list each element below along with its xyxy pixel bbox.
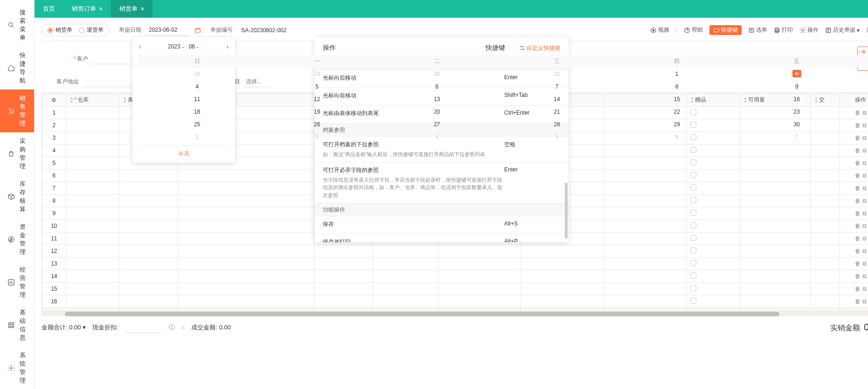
checkbox[interactable] <box>690 298 696 304</box>
cell[interactable] <box>438 245 521 258</box>
cell[interactable] <box>686 170 739 182</box>
delete-icon[interactable]: 🗑 <box>855 223 861 229</box>
close-icon[interactable]: × <box>140 0 144 18</box>
calendar-day[interactable]: 4 <box>137 80 257 93</box>
cell[interactable] <box>119 258 178 270</box>
delete-icon[interactable]: 🗑 <box>855 260 861 267</box>
calendar-day[interactable]: 24 <box>857 105 868 118</box>
calendar-day[interactable]: 29 <box>257 68 377 80</box>
print-button[interactable]: 打印 <box>774 26 793 34</box>
calendar-day[interactable]: 1 <box>857 118 868 130</box>
delete-icon[interactable]: 🗑 <box>855 235 861 242</box>
calendar-day-today[interactable]: 今 <box>737 68 857 80</box>
cell[interactable] <box>521 270 604 283</box>
copy-icon[interactable]: ⧉ <box>862 160 867 166</box>
cell[interactable] <box>810 220 840 232</box>
cell[interactable] <box>66 170 119 182</box>
help-icon[interactable]: ⓘ <box>169 323 175 332</box>
cell[interactable] <box>810 270 840 283</box>
operate-button[interactable]: 操作 <box>799 26 819 34</box>
cell[interactable] <box>604 295 686 308</box>
cell[interactable] <box>314 295 373 308</box>
checkbox[interactable] <box>690 147 696 153</box>
cell[interactable] <box>438 295 521 308</box>
calendar-month-select[interactable]: 06⌄ <box>189 43 200 50</box>
calendar-day[interactable]: 3 <box>857 68 868 80</box>
cell[interactable] <box>604 283 686 295</box>
th-warehouse[interactable]: ▲▼*仓库 <box>66 94 119 107</box>
cell[interactable] <box>178 220 314 232</box>
cell[interactable] <box>119 182 178 195</box>
delete-icon[interactable]: 🗑 <box>855 248 861 254</box>
calendar-day[interactable]: 9 <box>737 80 857 93</box>
cell[interactable] <box>604 195 686 207</box>
radio-sale[interactable]: 销货单 <box>48 26 72 34</box>
calendar-day[interactable]: 31 <box>497 68 617 80</box>
cell[interactable] <box>119 220 178 232</box>
copy-icon[interactable]: ⧉ <box>862 185 867 191</box>
calendar-day[interactable]: 23 <box>737 105 857 118</box>
cell[interactable] <box>66 295 119 308</box>
cell[interactable] <box>810 258 840 270</box>
cell[interactable] <box>521 283 604 295</box>
calendar-day[interactable]: 30 <box>377 68 497 80</box>
cell[interactable] <box>66 182 119 195</box>
cell[interactable] <box>66 132 119 144</box>
cell[interactable] <box>739 207 810 220</box>
cell[interactable] <box>604 144 686 157</box>
cell[interactable] <box>314 283 373 295</box>
copy-icon[interactable]: ⧉ <box>862 286 867 292</box>
checkbox[interactable] <box>690 235 696 241</box>
calendar-day[interactable]: 21 <box>497 105 617 118</box>
checkbox[interactable] <box>690 247 696 253</box>
calendar-day[interactable]: 5 <box>497 130 617 143</box>
calendar-day[interactable]: 20 <box>377 105 497 118</box>
cell[interactable] <box>66 232 119 245</box>
cell[interactable] <box>604 170 686 182</box>
cell[interactable] <box>686 157 739 170</box>
cell[interactable] <box>66 270 119 283</box>
calendar-year-select[interactable]: 2023⌄ <box>168 43 185 50</box>
cell[interactable] <box>521 258 604 270</box>
delete-icon[interactable]: 🗑 <box>855 172 861 179</box>
calendar-day[interactable]: 11 <box>137 93 257 105</box>
cell[interactable] <box>119 195 178 207</box>
cell[interactable] <box>810 245 840 258</box>
calendar-next-icon[interactable]: › <box>224 43 230 50</box>
copy-icon[interactable]: ⧉ <box>862 210 867 217</box>
cell[interactable] <box>686 270 739 283</box>
copy-icon[interactable]: ⧉ <box>862 273 867 280</box>
copy-icon[interactable]: ⧉ <box>862 298 867 305</box>
cell[interactable] <box>66 245 119 258</box>
cell[interactable] <box>438 270 521 283</box>
checkbox[interactable] <box>690 222 696 228</box>
cell[interactable] <box>178 182 314 195</box>
cell[interactable] <box>314 245 373 258</box>
cell[interactable] <box>521 245 604 258</box>
copy-icon[interactable]: ⧉ <box>862 235 867 242</box>
calendar-icon[interactable] <box>194 27 201 34</box>
checkbox[interactable] <box>690 159 696 165</box>
sidebar-item-6[interactable]: 经营管理 <box>0 261 34 304</box>
cell[interactable] <box>119 295 178 308</box>
cell[interactable] <box>604 258 686 270</box>
calendar-today-link[interactable]: 今天 <box>178 150 189 157</box>
cell[interactable] <box>810 182 840 195</box>
cell[interactable] <box>66 258 119 270</box>
cell[interactable] <box>739 170 810 182</box>
sidebar-item-0[interactable]: 搜索菜单 <box>0 4 34 47</box>
calendar-day[interactable]: 3 <box>257 130 377 143</box>
cell[interactable] <box>739 144 810 157</box>
cell[interactable] <box>66 119 119 132</box>
calendar-day[interactable]: 6 <box>617 130 737 143</box>
sidebar-item-5[interactable]: 资金管理 <box>0 218 34 261</box>
sidebar-item-3[interactable]: 采购管理 <box>0 132 34 175</box>
cell[interactable] <box>373 258 438 270</box>
cell[interactable] <box>178 245 314 258</box>
cell[interactable] <box>119 245 178 258</box>
cell[interactable] <box>178 195 314 207</box>
cell[interactable] <box>810 207 840 220</box>
calendar-day[interactable]: 22 <box>617 105 737 118</box>
calendar-day[interactable]: 30 <box>737 118 857 130</box>
cell[interactable] <box>178 283 314 295</box>
